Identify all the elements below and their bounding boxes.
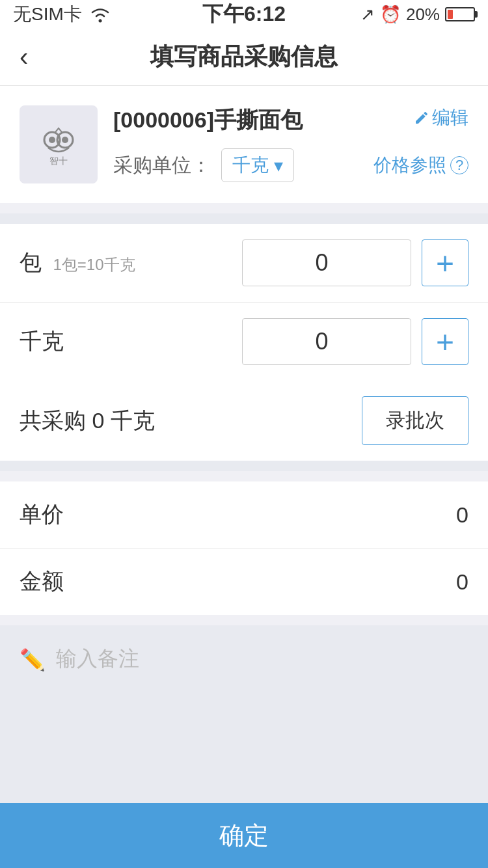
- summary-row: 共采购 0 千克 录批次: [0, 381, 488, 461]
- location-icon: ↗: [360, 5, 375, 25]
- quantity-row-bao: 包 1包=10千克 +: [0, 224, 488, 303]
- record-batch-button[interactable]: 录批次: [362, 396, 468, 445]
- unit-price-label: 单价: [20, 500, 64, 530]
- quantity-controls-bao: +: [242, 239, 468, 286]
- divider-2: [0, 461, 488, 471]
- plus-button-bao[interactable]: +: [422, 239, 468, 286]
- plus-button-kg[interactable]: +: [422, 318, 468, 365]
- unit-label: 采购单位：: [113, 152, 211, 179]
- alarm-icon: ⏰: [380, 5, 401, 25]
- svg-text:智十: 智十: [49, 156, 68, 166]
- divider-1: [0, 213, 488, 224]
- edit-button[interactable]: 编辑: [414, 105, 468, 130]
- unit-price-value: 0: [456, 502, 468, 528]
- quantity-row-kg: 千克 +: [0, 303, 488, 381]
- product-thumbnail: 智十: [20, 105, 98, 183]
- product-unit-row: 采购单位： 千克 ▾ 价格参照 ?: [113, 148, 468, 182]
- notes-placeholder: 输入备注: [56, 645, 139, 673]
- total-price-label: 金额: [20, 567, 64, 597]
- product-logo: 智十: [33, 122, 85, 167]
- quantity-input-kg[interactable]: [242, 318, 411, 365]
- quantity-sublabel-bao: 1包=10千克: [53, 256, 135, 273]
- status-time: 下午6:12: [202, 0, 286, 29]
- quantity-label-kg: 千克: [20, 327, 98, 357]
- status-bar: 无SIM卡 下午6:12 ↗ ⏰ 20%: [0, 0, 488, 29]
- quantity-controls-kg: +: [242, 318, 468, 365]
- product-name: [0000006]手撕面包: [113, 105, 303, 135]
- pencil-icon: ✏️: [20, 647, 46, 672]
- price-ref-button[interactable]: 价格参照 ?: [373, 153, 468, 178]
- nav-bar: ‹ 填写商品采购信息: [0, 29, 488, 86]
- battery-indicator: [445, 7, 475, 21]
- svg-point-4: [62, 137, 68, 143]
- wifi-icon: [88, 6, 112, 23]
- carrier-label: 无SIM卡: [13, 2, 82, 27]
- quantity-label-bao: 包 1包=10千克: [20, 248, 135, 278]
- unit-price-row: 单价 0: [0, 481, 488, 549]
- status-left: 无SIM卡: [13, 2, 112, 27]
- product-header: [0000006]手撕面包 编辑: [113, 105, 468, 135]
- svg-point-3: [49, 137, 55, 143]
- page-title: 填写商品采购信息: [150, 41, 338, 73]
- svg-point-0: [98, 20, 102, 23]
- quantity-section: 包 1包=10千克 + 千克 +: [0, 224, 488, 381]
- dropdown-arrow-icon: ▾: [274, 155, 283, 176]
- unit-selector[interactable]: 千克 ▾: [221, 148, 294, 182]
- back-button[interactable]: ‹: [20, 42, 28, 72]
- product-card: 智十 [0000006]手撕面包 编辑 采购单位： 千克 ▾ 价格参照 ?: [0, 86, 488, 203]
- total-price-value: 0: [456, 569, 468, 595]
- help-circle-icon: ?: [450, 156, 468, 174]
- total-price-row: 金额 0: [0, 549, 488, 615]
- battery-percent: 20%: [406, 5, 440, 25]
- confirm-button[interactable]: 确定: [0, 803, 488, 868]
- quantity-input-bao[interactable]: [242, 239, 411, 286]
- edit-icon: [414, 110, 429, 126]
- status-right: ↗ ⏰ 20%: [360, 5, 475, 25]
- price-section: 单价 0 金额 0: [0, 481, 488, 615]
- summary-text: 共采购 0 千克: [20, 406, 155, 436]
- product-info: [0000006]手撕面包 编辑 采购单位： 千克 ▾ 价格参照 ?: [113, 105, 468, 182]
